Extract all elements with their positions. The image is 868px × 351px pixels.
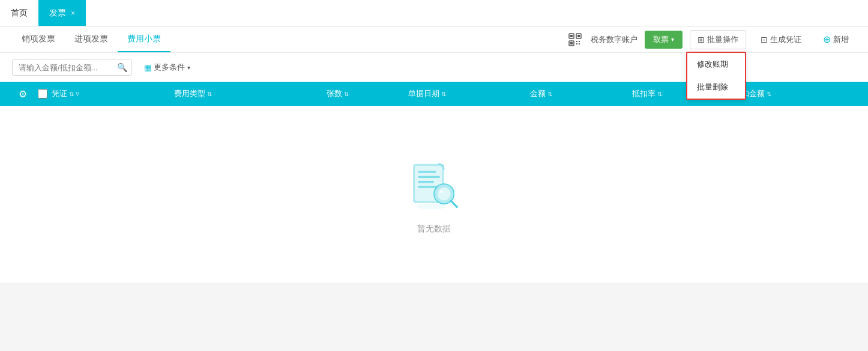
tax-digital-account[interactable]: 税务数字账户 [591, 34, 637, 45]
amount-sort-icon[interactable]: ⇅ [547, 91, 552, 97]
filter-chevron-icon: ▾ [187, 64, 190, 71]
th-expense-label: 费用类型 [174, 88, 205, 99]
top-nav: 首页 发票 × [0, 0, 868, 26]
dropdown-item-modify-period[interactable]: 修改账期 [687, 53, 745, 76]
rate-sort-icon[interactable]: ⇅ [657, 91, 662, 97]
count-sort-icon[interactable]: ⇅ [344, 91, 349, 97]
svg-rect-6 [576, 41, 577, 42]
close-tab-icon[interactable]: × [71, 9, 75, 17]
new-label: 新增 [833, 34, 849, 45]
svg-rect-9 [579, 43, 580, 44]
th-deduct: 抵扣金额 ⇅ [734, 88, 856, 99]
sub-nav-item-incoming[interactable]: 进项发票 [65, 26, 118, 52]
empty-illustration [404, 154, 464, 214]
expense-sort-icon[interactable]: ⇅ [207, 91, 212, 97]
empty-text: 暂无数据 [417, 224, 451, 234]
qr-code-icon[interactable] [567, 31, 583, 48]
th-amount: 金额 ⇅ [530, 88, 632, 99]
th-checkbox [34, 89, 52, 99]
batch-operation-button[interactable]: ⊞ 批量操作 [690, 30, 746, 49]
svg-rect-16 [418, 186, 438, 188]
svg-rect-8 [576, 43, 577, 44]
th-amount-label: 金额 [530, 88, 546, 99]
svg-rect-13 [418, 171, 436, 172]
svg-rect-3 [577, 35, 580, 37]
quipiao-button[interactable]: 取票 ▾ [645, 31, 683, 49]
sub-nav-item-expense[interactable]: 费用小票 [118, 26, 170, 52]
sub-nav: 销项发票 进项发票 费用小票 税务数字账户 取票 ▾ [0, 26, 868, 53]
new-plus-icon: ⊕ [823, 34, 831, 45]
th-voucher-label: 凭证 [52, 88, 67, 99]
svg-point-10 [417, 204, 447, 210]
filter-label: 更多条件 [154, 62, 185, 73]
svg-rect-14 [418, 176, 440, 178]
sub-nav-actions: 税务数字账户 取票 ▾ ⊞ 批量操作 修改账期 批量删除 ⊡ 生成凭证 ⊕ 新增 [567, 30, 856, 49]
empty-state: 暂无数据 [0, 106, 868, 282]
th-date: 单据日期 ⇅ [408, 88, 531, 99]
voucher-sort-icon[interactable]: ⇅ [69, 91, 74, 97]
quipiao-arrow-icon: ▾ [671, 36, 674, 43]
filter-icon: ▦ [144, 63, 151, 72]
th-date-label: 单据日期 [408, 88, 439, 99]
svg-point-18 [438, 188, 451, 201]
new-button[interactable]: ⊕ 新增 [816, 30, 856, 49]
search-icon[interactable]: 🔍 [117, 63, 127, 72]
voucher-filter-icon[interactable]: ▿ [76, 90, 79, 98]
th-settings: ⚙ [12, 88, 34, 100]
svg-rect-1 [570, 35, 573, 37]
deduct-sort-icon[interactable]: ⇅ [767, 91, 771, 97]
date-sort-icon[interactable]: ⇅ [441, 91, 446, 97]
batch-dropdown-menu: 修改账期 批量删除 [686, 52, 746, 100]
th-count-label: 张数 [327, 88, 342, 99]
svg-rect-5 [570, 42, 573, 44]
svg-point-20 [440, 190, 443, 193]
batch-label: 批量操作 [707, 34, 738, 45]
dropdown-item-batch-delete[interactable]: 批量删除 [687, 76, 745, 99]
th-voucher: 凭证 ⇅ ▿ [52, 88, 174, 99]
nav-tab-label: 发票 [49, 8, 66, 19]
generate-voucher-button[interactable]: ⊡ 生成凭证 [753, 31, 809, 49]
generate-label: 生成凭证 [770, 34, 801, 45]
nav-tab-invoice[interactable]: 发票 × [38, 0, 86, 26]
svg-rect-7 [579, 41, 580, 42]
th-rate-label: 抵扣率 [632, 88, 656, 99]
svg-rect-15 [418, 181, 434, 183]
generate-icon: ⊡ [761, 35, 768, 44]
search-input[interactable] [12, 60, 132, 76]
svg-line-19 [451, 201, 457, 207]
th-count: 张数 ⇅ [327, 88, 408, 99]
batch-operation-wrap: ⊞ 批量操作 修改账期 批量删除 [690, 30, 746, 49]
filter-button[interactable]: ▦ 更多条件 ▾ [139, 59, 195, 76]
sub-nav-item-sales[interactable]: 销项发票 [12, 26, 65, 52]
select-all-checkbox[interactable] [38, 89, 47, 99]
batch-icon: ⊞ [698, 35, 705, 44]
th-expense-type: 费用类型 ⇅ [174, 88, 327, 99]
column-settings-icon[interactable]: ⚙ [19, 88, 27, 100]
quipiao-label: 取票 [653, 34, 669, 45]
nav-home[interactable]: 首页 [0, 0, 38, 26]
search-wrap: 🔍 [12, 60, 132, 76]
